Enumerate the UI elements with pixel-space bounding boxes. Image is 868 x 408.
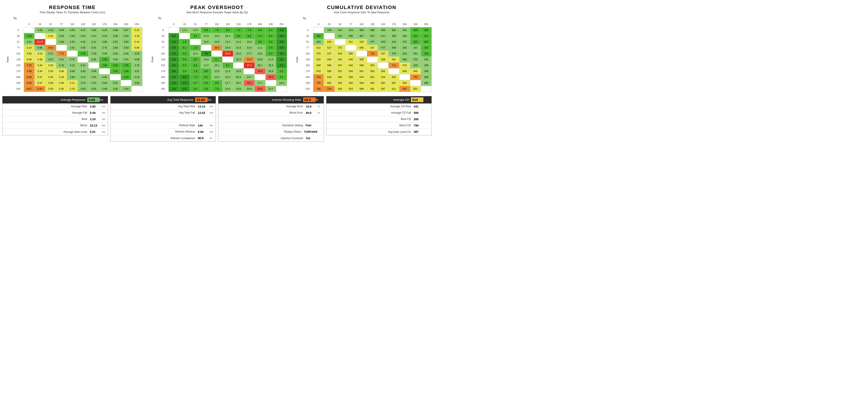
rt-avg-fall-unit: ms — [101, 111, 108, 114]
po-spacer — [111, 116, 216, 123]
od-overdrive-value: Fast — [305, 124, 317, 127]
rt-avg-fall-value: 5.40 — [89, 111, 101, 114]
po-avg-fall: Avg Total Fall 12.52 ms — [111, 110, 216, 116]
cd-avg-fall: Average CD Fall 580 — [327, 110, 432, 116]
cd-header-label: Average CD — [328, 98, 411, 101]
po-avg-rise-unit: ms — [209, 105, 216, 108]
rt-avg-fall: Average Fall 5.40 ms — [2, 110, 108, 116]
po-refresh-rate-unit: Hz — [209, 124, 216, 127]
od-gamma-value: Yes — [305, 137, 317, 140]
cd-avg-rise-label: Average CD Rise — [327, 105, 413, 108]
cd-stats: Average CD 510 Average CD Rise 441 Avera… — [326, 96, 432, 135]
po-avg-fall-unit: ms — [209, 111, 216, 114]
od-worst-error-value: 40.6 — [305, 111, 317, 114]
response-time-block: RESPONSE TIME Time Display Takes To Tran… — [2, 4, 143, 92]
od-spacer — [218, 116, 324, 123]
rt-avg-fall-label: Average Fall — [2, 111, 89, 114]
po-header-label: Avg Total Response — [112, 98, 195, 101]
peak-overshoot-matrix: To 02651 77102128 153179204 230255 From … — [147, 15, 287, 92]
od-avg-error-label: Average Error — [218, 105, 305, 108]
cd-header-value: 510 — [411, 97, 423, 102]
rt-worst-value: 10.13 — [89, 124, 101, 127]
cd-worst: Worst CD 790 — [327, 123, 432, 129]
from-label-overshoot: From — [147, 27, 158, 92]
cd-dark-level-value: 497 — [413, 130, 425, 134]
rt-header-unit: ms — [100, 98, 106, 101]
po-header-row: Avg Total Response 12.83 ms — [111, 96, 216, 103]
response-time-subtitle: Time Display Takes To Transition Between… — [2, 11, 143, 14]
rt-avg-rise: Average Rise 3.90 ms — [2, 103, 108, 110]
response-time-matrix: To 02651 77102128 153179204 230255 From … — [2, 15, 143, 92]
cd-dark-level-label: Avg Dark Level CD — [327, 130, 413, 134]
od-header-value: 25.5 — [303, 97, 315, 102]
od-display-status-value: Calibrated — [303, 130, 317, 133]
cd-avg-rise: Average CD Rise 441 — [327, 103, 432, 110]
rt-worst-label: Worst — [2, 124, 89, 127]
po-refresh-window-unit: ms — [209, 130, 216, 133]
od-display-status: Display Status Calibrated — [218, 129, 324, 135]
peak-overshoot-subtitle: How Much Response Exceeds Target Value B… — [147, 11, 287, 14]
po-refresh-window-value: 6.94 — [197, 130, 209, 134]
po-refresh-rate-value: 144 — [197, 124, 209, 127]
response-time-stats: Average Response 4.65 ms Average Rise 3.… — [2, 96, 108, 135]
main-container: RESPONSE TIME Time Display Takes To Tran… — [0, 0, 434, 144]
bottom-section: Average Response 4.65 ms Average Rise 3.… — [2, 96, 432, 142]
rt-header-row: Average Response 4.65 ms — [2, 96, 108, 103]
cd-best: Best CD 260 — [327, 116, 432, 123]
od-header-row: Inverse Ghosting Rate 25.5 % — [218, 96, 324, 103]
po-refresh-window: Refresh Window 6.94 ms — [111, 129, 216, 135]
rt-avg-rise-value: 3.90 — [89, 105, 101, 108]
rt-dark-level-value: 5.01 — [89, 130, 101, 134]
rt-dark-level-label: Average Dark Level — [2, 130, 89, 134]
cd-avg-fall-label: Average CD Fall — [327, 111, 413, 114]
cd-best-label: Best CD — [327, 117, 413, 121]
od-gamma-label: Gamma Corrected — [218, 137, 305, 140]
cd-avg-fall-value: 580 — [413, 111, 425, 114]
rt-header-label: Average Response — [4, 98, 87, 101]
rt-best-unit: ms — [101, 118, 108, 121]
rt-dark-level-unit: ms — [101, 131, 108, 133]
po-spacer-label — [111, 117, 197, 121]
po-avg-fall-label: Avg Total Fall — [111, 111, 197, 114]
po-refresh-compliance: Refresh Compliance 90.9 % — [111, 135, 216, 141]
cd-dark-level: Avg Dark Level CD 497 — [327, 129, 432, 135]
po-header-unit: ms — [208, 98, 214, 101]
cd-best-value: 260 — [413, 117, 425, 121]
od-header-label: Inverse Ghosting Rate — [220, 98, 303, 101]
rt-avg-rise-unit: ms — [101, 105, 108, 108]
po-refresh-rate: Refresh Rate 144 Hz — [111, 123, 216, 129]
po-refresh-compliance-label: Refresh Compliance — [111, 137, 197, 140]
po-avg-rise: Avg Total Rise 13.14 ms — [111, 103, 216, 110]
cd-avg-rise-value: 441 — [413, 105, 425, 108]
od-worst-error-label: Worst Error — [218, 111, 305, 114]
od-overdrive: Overdrive Setting Fast — [218, 123, 324, 129]
rt-worst: Worst 10.13 ms — [2, 123, 108, 129]
rt-avg-rise-label: Average Rise — [2, 105, 89, 108]
top-section: RESPONSE TIME Time Display Takes To Tran… — [2, 4, 432, 92]
po-avg-rise-value: 13.14 — [197, 105, 209, 108]
od-display-status-label: Display Status — [218, 130, 303, 133]
po-header-value: 12.83 — [195, 97, 208, 102]
od-avg-error: Average Error 10.9 % — [218, 103, 324, 110]
rt-dark-level: Average Dark Level 5.01 ms — [2, 129, 108, 135]
cumulative-deviation-matrix: To 02651 77102128 153179204 230255 From … — [291, 15, 432, 92]
po-refresh-compliance-value: 90.9 — [197, 136, 209, 140]
od-overdrive-label: Overdrive Setting — [218, 124, 305, 127]
od-worst-error: Worst Error 40.6 % — [218, 110, 324, 116]
cumulative-deviation-subtitle: How Close Response Gets To Ideal Respons… — [291, 11, 432, 14]
cumulative-deviation-block: CUMULATIVE DEVIATION How Close Response … — [291, 4, 432, 92]
po-refresh-rate-label: Refresh Rate — [111, 124, 197, 127]
po-avg-rise-label: Avg Total Rise — [111, 105, 197, 108]
od-gamma: Gamma Corrected Yes — [218, 135, 324, 141]
from-label-cd: From — [291, 27, 303, 92]
po-avg-fall-value: 12.52 — [197, 111, 209, 114]
od-header-unit: % — [315, 98, 322, 101]
response-time-title: RESPONSE TIME — [2, 4, 143, 10]
rt-best: Best 2.24 ms — [2, 116, 108, 123]
od-avg-error-value: 10.9 — [305, 105, 317, 108]
rt-best-label: Best — [2, 117, 89, 121]
rt-best-value: 2.24 — [89, 117, 101, 121]
cd-worst-value: 790 — [413, 124, 425, 127]
cumulative-deviation-title: CUMULATIVE DEVIATION — [291, 4, 432, 10]
from-label: From — [2, 27, 13, 92]
